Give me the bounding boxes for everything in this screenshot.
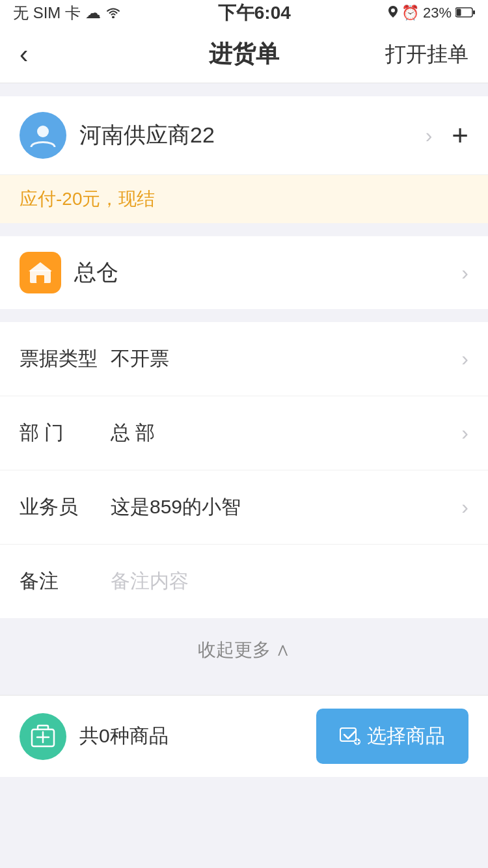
invoice-type-row[interactable]: 票据类型 不开票 › [0, 322, 488, 396]
select-product-label: 选择商品 [367, 723, 445, 750]
product-count-text: 共0种商品 [79, 723, 316, 750]
supplier-card: 河南供应商22 › + 应付-20元，现结 [0, 96, 488, 223]
notice-banner: 应付-20元，现结 [0, 175, 488, 223]
section-gap-2 [0, 223, 488, 236]
page-background [0, 777, 488, 868]
form-card: 票据类型 不开票 › 部 门 总 部 › 业务员 这是859的小智 › 备注 备… [0, 322, 488, 618]
warehouse-icon [20, 252, 61, 293]
notes-label: 备注 [20, 568, 111, 595]
section-gap-3 [0, 309, 488, 322]
back-button[interactable]: ‹ [20, 40, 28, 69]
no-sim-text: 无 SIM 卡 ☁ [13, 3, 101, 23]
svg-rect-2 [456, 9, 461, 16]
battery-icon [455, 5, 475, 21]
invoice-type-label: 票据类型 [20, 346, 111, 372]
salesperson-chevron-icon: › [461, 495, 468, 519]
battery-text: 23% [423, 5, 452, 21]
status-right: ⏰ 23% [388, 5, 475, 21]
product-bar: 共0种商品 选择商品 [0, 695, 488, 777]
svg-point-0 [391, 8, 395, 12]
status-bar: 无 SIM 卡 ☁ 下午6:04 ⏰ 23% [0, 0, 488, 26]
warehouse-card: 总仓 › [0, 236, 488, 309]
svg-marker-6 [29, 262, 52, 271]
warehouse-chevron-icon: › [461, 261, 468, 285]
invoice-type-value: 不开票 [111, 346, 461, 372]
supplier-row[interactable]: 河南供应商22 › + [0, 96, 488, 175]
department-chevron-icon: › [461, 421, 468, 445]
supplier-avatar [20, 112, 66, 159]
notes-row[interactable]: 备注 备注内容 [0, 544, 488, 618]
page-title: 进货单 [209, 38, 279, 70]
nav-bar: ‹ 进货单 打开挂单 [0, 26, 488, 83]
alarm-icon: ⏰ [401, 5, 419, 21]
product-icon [20, 713, 66, 760]
notes-placeholder: 备注内容 [111, 568, 468, 595]
department-value: 总 部 [111, 420, 461, 446]
location-icon [388, 5, 398, 21]
select-product-button[interactable]: 选择商品 [316, 709, 468, 764]
svg-rect-3 [473, 10, 475, 14]
invoice-type-chevron-icon: › [461, 347, 468, 371]
collapse-button[interactable]: 收起更多 ∧ [0, 618, 488, 682]
department-label: 部 门 [20, 420, 111, 446]
section-gap-4 [0, 682, 488, 695]
open-pending-button[interactable]: 打开挂单 [385, 40, 468, 69]
warehouse-name: 总仓 [74, 258, 461, 288]
status-time: 下午6:04 [218, 1, 291, 25]
add-button[interactable]: + [452, 121, 468, 150]
supplier-name: 河南供应商22 [79, 120, 426, 150]
svg-rect-7 [36, 275, 44, 283]
warehouse-row[interactable]: 总仓 › [0, 236, 488, 309]
wifi-icon [106, 4, 120, 22]
salesperson-label: 业务员 [20, 494, 111, 521]
supplier-chevron-icon: › [426, 124, 433, 148]
salesperson-value: 这是859的小智 [111, 494, 461, 521]
section-gap-1 [0, 83, 488, 96]
svg-point-4 [37, 126, 49, 137]
department-row[interactable]: 部 门 总 部 › [0, 396, 488, 470]
salesperson-row[interactable]: 业务员 这是859的小智 › [0, 470, 488, 544]
status-left: 无 SIM 卡 ☁ [13, 3, 120, 23]
